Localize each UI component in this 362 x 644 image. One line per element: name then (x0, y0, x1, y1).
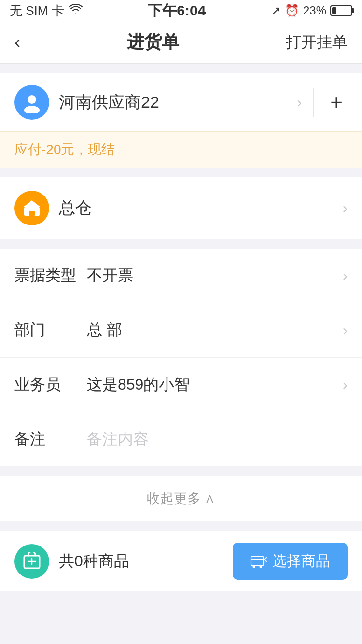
invoice-type-label: 票据类型 (14, 265, 82, 286)
wifi-icon (69, 3, 83, 18)
warehouse-name: 总仓 (59, 197, 343, 219)
carrier-text: 无 SIM 卡 (10, 2, 64, 19)
warehouse-icon (22, 198, 42, 218)
salesperson-label: 业务员 (14, 374, 82, 395)
notice-text: 应付-20元，现结 (14, 142, 115, 157)
invoice-type-chevron-icon: › (343, 267, 348, 284)
svg-point-1 (24, 106, 40, 113)
svg-point-8 (260, 565, 262, 568)
invoice-type-row[interactable]: 票据类型 不开票 › (0, 249, 362, 303)
department-label: 部门 (14, 320, 82, 341)
supplier-divider (313, 88, 314, 117)
remark-input[interactable]: 备注内容 (87, 429, 348, 450)
alarm-icon: ⏰ (285, 4, 299, 17)
warehouse-row[interactable]: 总仓 › (0, 177, 362, 239)
product-icon-wrap (14, 544, 49, 579)
status-right: ↗ ⏰ 23% (271, 4, 352, 17)
product-count-text: 共0种商品 (59, 551, 233, 572)
form-section: 票据类型 不开票 › 部门 总 部 › 业务员 这是859的小智 › 备注 备注… (0, 249, 362, 466)
warehouse-icon-wrap (14, 191, 49, 225)
salesperson-chevron-icon: › (343, 377, 348, 393)
select-product-label: 选择商品 (272, 551, 330, 571)
product-icon (22, 552, 42, 571)
department-chevron-icon: › (343, 322, 348, 338)
page-background (0, 591, 362, 644)
supplier-avatar (14, 85, 49, 120)
status-time: 下午6:04 (148, 1, 206, 21)
supplier-chevron-icon: › (297, 94, 302, 111)
department-value: 总 部 (87, 320, 343, 341)
back-button[interactable]: ‹ (14, 32, 20, 53)
nav-bar: ‹ 进货单 打开挂单 (0, 21, 362, 64)
product-bar: 共0种商品 选择商品 (0, 531, 362, 591)
notice-banner: 应付-20元，现结 (0, 131, 362, 168)
salesperson-row[interactable]: 业务员 这是859的小智 › (0, 358, 362, 412)
invoice-type-value: 不开票 (87, 265, 343, 286)
status-bar: 无 SIM 卡 下午6:04 ↗ ⏰ 23% (0, 0, 362, 21)
svg-rect-6 (251, 557, 264, 565)
status-left: 无 SIM 卡 (10, 2, 83, 19)
open-pending-button[interactable]: 打开挂单 (286, 32, 348, 53)
svg-rect-4 (29, 211, 35, 216)
select-product-button[interactable]: 选择商品 (233, 543, 348, 580)
location-icon: ↗ (271, 4, 281, 17)
user-icon (21, 92, 42, 113)
remark-row[interactable]: 备注 备注内容 (0, 412, 362, 466)
collapse-row[interactable]: 收起更多 ∧ (0, 476, 362, 521)
svg-point-7 (253, 565, 255, 568)
collapse-label: 收起更多 ∧ (147, 491, 216, 506)
supplier-section: 河南供应商22 › + 应付-20元，现结 (0, 73, 362, 168)
warehouse-chevron-icon: › (343, 200, 348, 216)
remark-label: 备注 (14, 429, 82, 450)
department-row[interactable]: 部门 总 部 › (0, 303, 362, 358)
battery-text: 23% (303, 4, 326, 17)
supplier-row[interactable]: 河南供应商22 › + (0, 73, 362, 131)
svg-marker-3 (23, 200, 41, 207)
battery-icon (330, 5, 352, 16)
section-gap-1 (0, 64, 362, 73)
supplier-name: 河南供应商22 (59, 91, 297, 113)
salesperson-value: 这是859的小智 (87, 374, 343, 395)
add-supplier-button[interactable]: + (325, 90, 348, 114)
page-title: 进货单 (127, 30, 179, 54)
cart-icon (250, 555, 267, 568)
svg-point-0 (28, 95, 36, 104)
